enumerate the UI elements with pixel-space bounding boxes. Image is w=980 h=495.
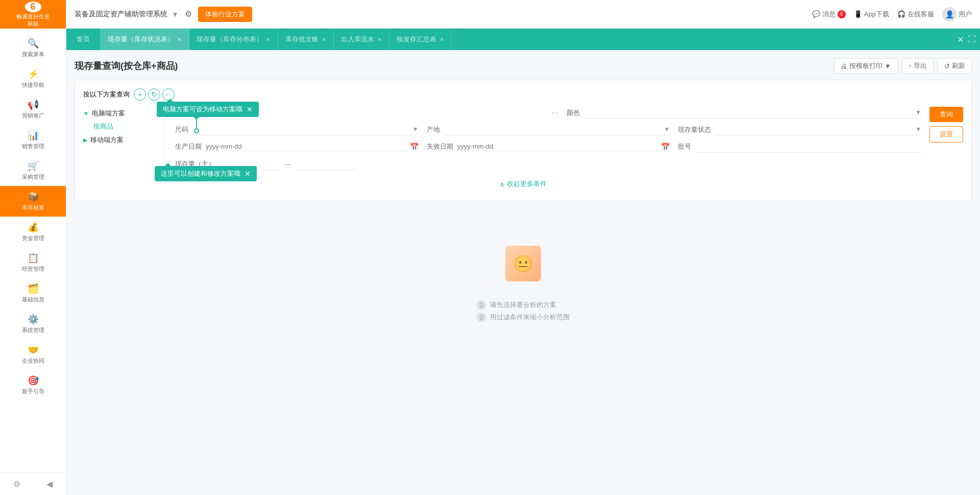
size-label: 尺码: [175, 125, 188, 134]
color-chevron: ▼: [915, 109, 921, 116]
tab-close-btn[interactable]: ✕: [177, 36, 182, 43]
app-logo: 6 畅通道好生意标版: [0, 0, 66, 29]
fullscreen-btn[interactable]: ⛶: [968, 35, 976, 44]
expire-date-input[interactable]: 📅: [457, 143, 670, 151]
nav-icon: ⚡: [28, 68, 39, 80]
size-select[interactable]: ▼: [192, 124, 419, 135]
topbar: 装备及固定资产辅助管理系统 ▼ ⚙ 体验行业方案 💬 消息 6 📱 App下载 …: [66, 0, 980, 29]
sidebar-item-system[interactable]: ⚙️ 系统管理: [0, 309, 66, 339]
scheme-child-node[interactable]: 按商品: [93, 120, 156, 133]
refresh-scheme-btn[interactable]: ↻: [148, 88, 160, 101]
step-num-2: 2: [477, 313, 486, 322]
sidebar-item-label: 库存核算: [22, 204, 44, 211]
scheme-tooltip-1-close[interactable]: ✕: [247, 105, 253, 113]
stock-max-input[interactable]: [295, 158, 356, 170]
status-select[interactable]: ▼: [715, 124, 921, 135]
mobile-scheme-label: 移动端方案: [90, 135, 124, 145]
size-chevron: ▼: [412, 126, 419, 133]
sidebar-item-sales[interactable]: 📊 销售管理: [0, 125, 66, 155]
topbar-right: 💬 消息 6 📱 App下载 🎧 在线客服 👤 用户: [812, 7, 972, 21]
scheme-tooltip-2-close[interactable]: ✕: [244, 170, 251, 178]
tab-close-btn[interactable]: ✕: [377, 36, 382, 43]
tab-close-btn[interactable]: ✕: [266, 36, 271, 43]
template-print-label: 按模板打印: [849, 61, 883, 70]
prod-date-calendar-icon[interactable]: 📅: [410, 143, 419, 151]
system-name: 装备及固定资产辅助管理系统: [75, 10, 167, 19]
tab-inout-flow[interactable]: 出入库流水 ✕: [334, 29, 389, 50]
tab-home[interactable]: 首页: [66, 29, 101, 50]
app-download-btn[interactable]: 📱 App下载: [854, 10, 889, 19]
tab-close-btn[interactable]: ✕: [439, 36, 444, 43]
close-all-tabs-btn[interactable]: ✕: [957, 35, 964, 44]
sidebar-item-enterprise[interactable]: 🤝 企业协同: [0, 339, 66, 370]
sidebar-item-purchase[interactable]: 🛒 采购管理: [0, 155, 66, 186]
sales-icon: 📊: [28, 130, 39, 141]
purchase-icon: 🛒: [28, 160, 39, 172]
tabbar: 首页 现存量（库存状况表） ✕ 现存量（库存分布表） ✕ 库存批次账 ✕ 出入库…: [66, 29, 980, 50]
industry-btn[interactable]: 体验行业方案: [198, 7, 252, 22]
query-btn[interactable]: 查询: [929, 107, 963, 122]
tab-close-btn[interactable]: ✕: [322, 36, 326, 43]
tab-summary[interactable]: 收发存汇总表 ✕: [389, 29, 452, 50]
sidebar-item-basic-info[interactable]: 🗂️ 基础信息: [0, 278, 66, 309]
expire-date-calendar-icon[interactable]: 📅: [661, 143, 670, 151]
service-icon: 🎧: [897, 10, 905, 18]
scheme-tooltip-1-text: 电脑方案可设为移动方案哦: [163, 105, 242, 114]
sidebar-item-inventory[interactable]: 📦 库存核算: [0, 186, 66, 217]
add-scheme-btn[interactable]: +: [134, 88, 146, 101]
step-text-2: 用过滤条件来缩小分析范围: [490, 313, 570, 322]
message-icon: 💬: [812, 10, 820, 18]
set-btn[interactable]: 设置: [929, 126, 963, 143]
scheme-tooltip-2-text: 这里可以创建和修改方案哦: [161, 169, 240, 178]
collapse-label: 收起更多条件: [507, 179, 547, 188]
empty-step-2: 2 用过滤条件来缩小分析范围: [477, 313, 570, 322]
sidebar-item-marketing[interactable]: 📢 营销推广: [0, 94, 66, 125]
sidebar-item-label: 快捷导航: [22, 81, 44, 89]
settings-gear-btn[interactable]: ⚙: [185, 9, 192, 19]
export-btn[interactable]: ↑ 导出: [902, 58, 934, 74]
origin-select[interactable]: ▼: [444, 124, 670, 135]
prod-date-field[interactable]: [206, 143, 408, 150]
filter-body: ▼ 电脑端方案 按商品 ▶ 移动端方案 这里可以创建和修改方案哦: [83, 107, 963, 175]
desktop-scheme-label: 电脑端方案: [92, 109, 125, 118]
sidebar-item-finance[interactable]: 💰 资金管理: [0, 217, 66, 247]
tab-label: 出入库流水: [341, 35, 374, 44]
sidebar-item-label: 营销推广: [22, 112, 44, 120]
color-select[interactable]: ▼: [584, 107, 921, 119]
operations-icon: 📋: [28, 252, 39, 264]
user-btn[interactable]: 👤 用户: [942, 7, 972, 21]
tab-label: 现存量（库存状况表）: [108, 35, 174, 44]
dots-icon-goods[interactable]: ···: [552, 108, 558, 117]
filter-row-2: 尺码 ▼ 产地 ▼: [175, 124, 921, 135]
status-chevron: ▼: [915, 126, 921, 133]
tab-inventory-dist[interactable]: 现存量（库存分布表） ✕: [189, 29, 278, 50]
batch-input[interactable]: [695, 140, 921, 153]
message-btn[interactable]: 💬 消息 6: [812, 10, 846, 19]
refresh-btn[interactable]: ↺ 刷新: [938, 58, 972, 74]
sidebar-item-label: 搜索菜单: [22, 51, 44, 58]
tab-inventory-status[interactable]: 现存量（库存状况表） ✕: [101, 29, 189, 50]
settings-bottom-btn[interactable]: ⚙: [13, 479, 20, 489]
prod-date-input[interactable]: 📅: [206, 143, 419, 151]
collapse-sidebar-btn[interactable]: ◀: [46, 479, 53, 489]
refresh-icon: ↺: [944, 62, 950, 70]
expire-date-field[interactable]: [457, 143, 659, 150]
tabbar-actions: ✕ ⛶: [953, 29, 980, 50]
template-print-btn[interactable]: 🖨 按模板打印 ▼: [834, 58, 898, 74]
tab-batch-account[interactable]: 库存批次账 ✕: [278, 29, 334, 50]
sidebar-item-search[interactable]: 🔍 搜索菜单: [0, 33, 66, 63]
sidebar-item-operations[interactable]: 📋 经营管理: [0, 247, 66, 278]
online-service-btn[interactable]: 🎧 在线客服: [897, 10, 934, 19]
sidebar-item-nav[interactable]: ⚡ 快捷导航: [0, 63, 66, 94]
sidebar-item-guide[interactable]: 🎯 新手引导: [0, 370, 66, 400]
chevron-down-icon: ▼: [885, 62, 891, 70]
app-download-label: App下载: [864, 10, 889, 19]
scheme-tooltip-2: 这里可以创建和修改方案哦 ✕: [155, 166, 257, 181]
mobile-scheme-node[interactable]: ▶ 移动端方案: [83, 133, 156, 147]
filter-cell-origin: 产地 ▼: [427, 124, 670, 135]
sidebar-item-label: 采购管理: [22, 173, 44, 181]
arrow-icon: ▼: [83, 110, 89, 116]
desktop-scheme-node[interactable]: ▼ 电脑端方案: [83, 107, 156, 120]
online-service-label: 在线客服: [908, 10, 934, 19]
empty-icon-box: 😐: [505, 246, 541, 281]
